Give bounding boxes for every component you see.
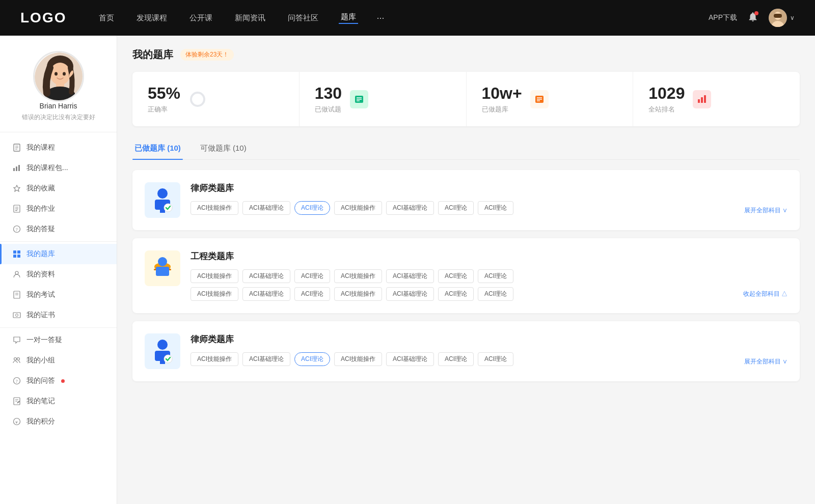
file-icon	[12, 143, 21, 152]
nav-home[interactable]: 首页	[97, 13, 116, 23]
list-green-icon	[350, 90, 368, 108]
bank-tag[interactable]: ACI理论	[294, 287, 330, 301]
bank-tag[interactable]: ACI基础理论	[242, 269, 290, 283]
svg-rect-60	[160, 210, 165, 213]
sidebar-label-certificate: 我的证书	[26, 311, 55, 320]
bank-tag[interactable]: ACI技能操作	[334, 201, 382, 215]
bank-tag[interactable]: ACI基础理论	[386, 201, 434, 215]
bank-tag[interactable]: ACI理论	[478, 269, 513, 283]
bank-tag[interactable]: ACI技能操作	[191, 269, 238, 283]
svg-rect-25	[13, 250, 16, 254]
tab-done-banks[interactable]: 已做题库 (10)	[132, 138, 183, 159]
qa-icon: ?	[12, 376, 21, 385]
bank-tag[interactable]: ACI理论	[478, 201, 513, 215]
sidebar-label-favorites: 我的收藏	[26, 184, 55, 193]
sidebar-item-group[interactable]: 我的小组	[0, 350, 117, 371]
bank-tag[interactable]: ACI技能操作	[334, 287, 382, 301]
sidebar-item-exam[interactable]: 我的考试	[0, 285, 117, 305]
nav-discover[interactable]: 发现课程	[134, 13, 169, 23]
svg-point-44	[191, 93, 204, 106]
svg-text:¥: ¥	[15, 420, 18, 425]
collapse-link[interactable]: 收起全部科目 △	[743, 290, 787, 298]
sidebar-profile: Brian Harris 错误的决定比没有决定要好	[0, 36, 117, 132]
cert-icon	[12, 311, 21, 320]
expand-link-1[interactable]: 展开全部科目 ∨	[744, 206, 787, 215]
bank-tag[interactable]: ACI技能操作	[191, 352, 238, 366]
svg-marker-18	[14, 185, 20, 191]
sidebar-item-notes[interactable]: 我的笔记	[0, 391, 117, 411]
sidebar-label-group: 我的小组	[26, 356, 55, 365]
sidebar-label-my-courses: 我的课程	[26, 143, 55, 152]
bank-tag-selected[interactable]: ACI理论	[294, 201, 330, 215]
bank-tag[interactable]: ACI基础理论	[386, 352, 434, 366]
notification-dot	[754, 11, 758, 15]
sidebar-item-question-bank[interactable]: 我的题库	[0, 244, 117, 264]
svg-rect-3	[774, 14, 782, 18]
bank-tag[interactable]: ACI基础理论	[242, 201, 290, 215]
bank-tag[interactable]: ACI理论	[438, 352, 474, 366]
nav-news[interactable]: 新闻资讯	[233, 13, 267, 23]
main-content: 我的题库 体验剩余23天！ 55% 正确率	[117, 36, 815, 504]
nav-more[interactable]: ···	[376, 13, 384, 23]
stat-ranking: 1029 全站排名	[633, 72, 800, 126]
nav-question-bank[interactable]: 题库	[339, 12, 358, 24]
bar-chart-icon	[693, 90, 711, 108]
sidebar-label-notes: 我的笔记	[26, 397, 55, 406]
sidebar-label-question-bank: 我的题库	[26, 249, 55, 259]
svg-rect-15	[13, 168, 15, 171]
user-icon	[12, 270, 21, 279]
bank-tag[interactable]: ACI基础理论	[386, 269, 434, 283]
tabs-row: 已做题库 (10) 可做题库 (10)	[132, 138, 800, 160]
svg-point-66	[158, 257, 167, 266]
expand-link-3[interactable]: 展开全部科目 ∨	[744, 357, 787, 366]
svg-rect-27	[13, 255, 16, 258]
bank-tag[interactable]: ACI理论	[438, 269, 474, 283]
profile-motto: 错误的决定比没有决定要好	[22, 113, 95, 122]
svg-point-9	[55, 72, 58, 76]
avatar	[769, 9, 787, 27]
sidebar-label-homework: 我的作业	[26, 204, 55, 213]
profile-name: Brian Harris	[40, 102, 77, 110]
sidebar-item-homework[interactable]: 我的作业	[0, 199, 117, 219]
bank-name-lawyer-1: 律师类题库	[191, 182, 787, 194]
bank-tag[interactable]: ACI理论	[438, 201, 474, 215]
question-icon: ?	[12, 225, 21, 234]
trial-badge: 体验剩余23天！	[180, 49, 234, 61]
bank-tag[interactable]: ACI技能操作	[191, 287, 238, 301]
bank-tag[interactable]: ACI基础理论	[242, 287, 290, 301]
unread-dot	[61, 379, 65, 383]
bank-tag[interactable]: ACI技能操作	[334, 352, 382, 366]
bank-tag[interactable]: ACI技能操作	[191, 201, 238, 215]
bank-tag[interactable]: ACI理论	[438, 287, 474, 301]
sidebar-item-certificate[interactable]: 我的证书	[0, 305, 117, 325]
nav-open-course[interactable]: 公开课	[187, 13, 214, 23]
sidebar-item-profile[interactable]: 我的资料	[0, 264, 117, 285]
bank-tag[interactable]: ACI基础理论	[386, 287, 434, 301]
bank-tag[interactable]: ACI基础理论	[242, 352, 290, 366]
sidebar-menu: 我的课程 我的课程包... 我的收藏 我的作业	[0, 132, 117, 437]
svg-rect-55	[698, 99, 700, 103]
sidebar-item-my-questions[interactable]: ? 我的问答	[0, 371, 117, 391]
bank-name-lawyer-2: 律师类题库	[191, 333, 787, 345]
bank-tag[interactable]: ACI理论	[478, 352, 513, 366]
bank-tag[interactable]: ACI理论	[478, 287, 513, 301]
sidebar-item-my-courses[interactable]: 我的课程	[0, 137, 117, 158]
nav-qa[interactable]: 问答社区	[286, 13, 320, 23]
sidebar-item-favorites[interactable]: 我的收藏	[0, 178, 117, 199]
svg-rect-17	[18, 165, 20, 171]
tab-available-banks[interactable]: 可做题库 (10)	[198, 138, 249, 159]
sidebar-item-one-on-one[interactable]: 一对一答疑	[0, 330, 117, 350]
sidebar-item-points[interactable]: ¥ 我的积分	[0, 411, 117, 432]
bank-tag-selected[interactable]: ACI理论	[294, 352, 330, 366]
sidebar-label-my-questions: 我的问答	[26, 376, 55, 385]
bank-tag[interactable]: ACI技能操作	[334, 269, 382, 283]
app-download[interactable]: APP下载	[709, 13, 737, 22]
svg-rect-16	[16, 166, 17, 171]
sidebar-item-qa[interactable]: ? 我的答疑	[0, 219, 117, 239]
donut-chart-icon	[188, 90, 207, 108]
sidebar-item-course-package[interactable]: 我的课程包...	[0, 158, 117, 178]
notification-bell[interactable]	[747, 11, 758, 24]
bank-name-engineer: 工程类题库	[191, 250, 787, 262]
bank-tag[interactable]: ACI理论	[294, 269, 330, 283]
user-avatar-menu[interactable]: ∨	[769, 9, 795, 27]
